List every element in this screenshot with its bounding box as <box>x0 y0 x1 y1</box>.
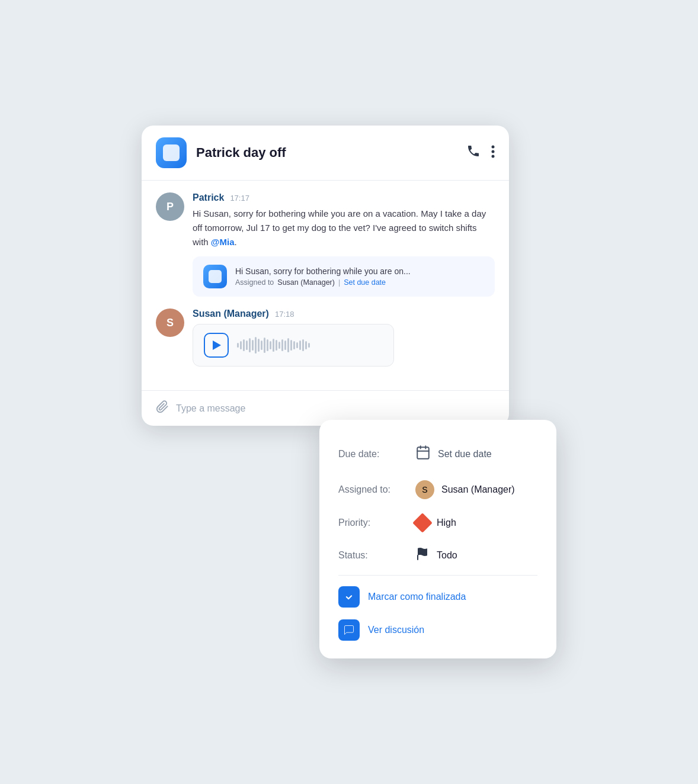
svg-rect-3 <box>417 447 429 459</box>
audio-message[interactable] <box>193 324 394 367</box>
popup-card: Due date: Set due date Assigned to: S Su… <box>319 420 556 658</box>
play-button[interactable] <box>204 333 229 358</box>
app-icon <box>156 137 187 168</box>
svg-rect-5 <box>345 593 354 602</box>
sender-name-patrick: Patrick <box>193 192 224 203</box>
svg-point-0 <box>492 145 495 148</box>
task-card[interactable]: Hi Susan, sorry for bothering while you … <box>193 256 495 297</box>
discussion-icon-box <box>338 619 360 641</box>
avatar-susan: S <box>156 309 184 337</box>
message-row: P Patrick 17:17 Hi Susan, sorry for both… <box>156 192 495 297</box>
chat-header: Patrick day off <box>142 126 509 181</box>
priority-value: High <box>437 518 456 528</box>
task-card-text: Hi Susan, sorry for bothering while you … <box>235 266 484 276</box>
svg-point-1 <box>492 150 495 153</box>
task-card-icon <box>203 265 227 288</box>
assigned-value: Susan (Manager) <box>441 484 515 495</box>
message-row-susan: S Susan (Manager) 17:18 <box>156 309 495 367</box>
avatar-patrick: P <box>156 192 184 221</box>
popup-action-finalize[interactable]: Marcar como finalizada <box>338 578 537 611</box>
header-actions <box>466 144 495 162</box>
popup-assigned-row[interactable]: Assigned to: S Susan (Manager) <box>338 472 537 507</box>
status-label: Status: <box>338 550 415 561</box>
status-value-wrapper: Todo <box>415 547 457 564</box>
message-meta: Patrick 17:17 <box>193 192 495 203</box>
message-input-placeholder[interactable]: Type a message <box>176 403 245 414</box>
calendar-icon <box>415 445 431 464</box>
attachment-icon[interactable] <box>156 400 169 416</box>
finalize-icon-box <box>338 586 360 608</box>
priority-label: Priority: <box>338 518 415 528</box>
phone-icon[interactable] <box>466 144 481 162</box>
popup-due-date-row[interactable]: Due date: Set due date <box>338 436 537 472</box>
priority-value-wrapper: High <box>415 516 456 530</box>
flag-icon <box>415 547 430 564</box>
popup-action-discussion[interactable]: Ver discusión <box>338 611 537 644</box>
popup-status-row[interactable]: Status: Todo <box>338 538 537 573</box>
message-text-patrick: Hi Susan, sorry for bothering while you … <box>193 207 495 249</box>
message-time-patrick: 17:17 <box>230 194 249 203</box>
assigned-label: Assigned to: <box>338 484 415 495</box>
chat-title: Patrick day off <box>196 145 457 160</box>
task-card-info: Hi Susan, sorry for bothering while you … <box>235 266 484 287</box>
play-triangle-icon <box>213 340 221 350</box>
message-time-susan: 17:18 <box>275 310 294 319</box>
sender-name-susan: Susan (Manager) <box>193 309 269 319</box>
more-menu-icon[interactable] <box>491 144 495 162</box>
popup-priority-row[interactable]: Priority: High <box>338 507 537 538</box>
messages-area: P Patrick 17:17 Hi Susan, sorry for both… <box>142 181 509 390</box>
popup-divider <box>338 575 537 576</box>
assigned-avatar: S <box>415 480 434 499</box>
status-value: Todo <box>437 550 457 561</box>
due-date-value-wrapper: Set due date <box>415 445 492 464</box>
svg-point-2 <box>492 155 495 158</box>
discussion-label[interactable]: Ver discusión <box>368 625 424 635</box>
chat-card: Patrick day off <box>142 126 509 426</box>
task-card-meta: Assigned to Susan (Manager) | Set due da… <box>235 278 484 287</box>
due-date-label: Due date: <box>338 449 415 460</box>
app-icon-inner <box>163 144 180 161</box>
waveform <box>237 336 310 354</box>
set-due-date-text[interactable]: Set due date <box>438 449 492 460</box>
task-card-icon-inner <box>209 270 222 283</box>
message-content-patrick: Patrick 17:17 Hi Susan, sorry for bother… <box>193 192 495 297</box>
message-meta-susan: Susan (Manager) 17:18 <box>193 309 495 319</box>
finalize-label[interactable]: Marcar como finalizada <box>368 592 466 602</box>
mention-mia[interactable]: @Mia <box>211 237 235 247</box>
assigned-value-wrapper: S Susan (Manager) <box>415 480 515 499</box>
priority-diamond-icon <box>412 513 433 533</box>
message-content-susan: Susan (Manager) 17:18 <box>193 309 495 367</box>
